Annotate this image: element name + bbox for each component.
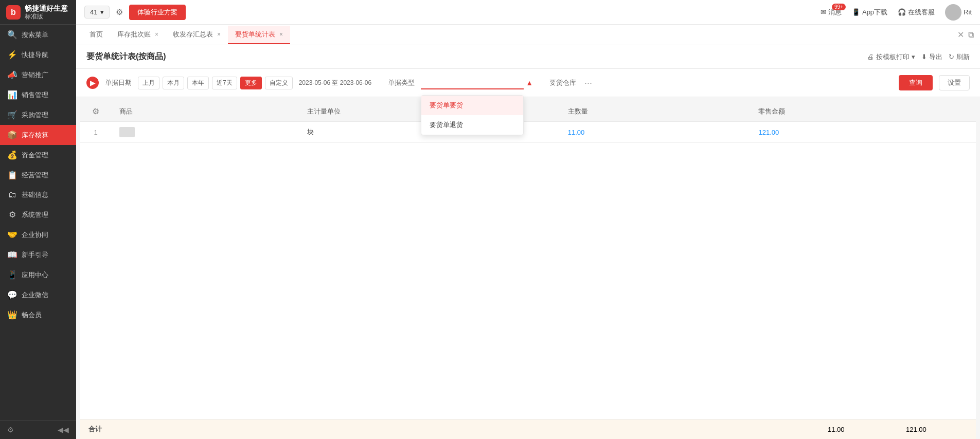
total-quantity: 11.00: [824, 426, 885, 433]
finance-icon: 💰: [7, 150, 17, 160]
title-actions: 🖨 按模板打印 ▾ ⬇ 导出 ↻ 刷新: [867, 52, 970, 62]
message-action[interactable]: ✉ 消息 99+: [821, 8, 842, 17]
service-icon: 🎧: [898, 8, 906, 16]
chevron-down-print-icon: ▾: [912, 53, 915, 61]
sidebar-item-inventory[interactable]: 📦 库存核算: [0, 125, 76, 145]
sidebar-item-marketing[interactable]: 📣 营销推广: [0, 65, 76, 85]
sidebar-item-operations[interactable]: 📋 经营管理: [0, 165, 76, 185]
type-dropdown: 要货单要货 要货单退货: [421, 95, 524, 135]
sidebar-footer: ⚙ ◀◀: [0, 420, 76, 439]
date-btn-last-7-days[interactable]: 近7天: [212, 77, 237, 89]
export-icon: ⬇: [921, 53, 927, 61]
export-button[interactable]: ⬇ 导出: [921, 52, 942, 62]
dropdown-item-requisition-return[interactable]: 要货单退货: [421, 115, 523, 135]
date-filter-label: 单据日期: [105, 78, 132, 87]
sales-icon: 📊: [7, 90, 17, 100]
message-icon: ✉: [821, 8, 826, 16]
sidebar-nav: 🔍 搜索菜单 ⚡ 快捷导航 📣 营销推广 📊 销售管理 🛒 采购管理 📦 库存核…: [0, 25, 76, 420]
date-btn-this-year[interactable]: 本年: [187, 77, 209, 89]
date-range-text: 2023-05-06 至 2023-06-06: [299, 79, 371, 87]
app-center-icon: 📱: [7, 270, 17, 280]
quantity-link[interactable]: 11.00: [568, 129, 585, 136]
message-badge: 99+: [832, 4, 846, 10]
collapse-sidebar-icon[interactable]: ◀◀: [58, 426, 69, 434]
date-btn-custom[interactable]: 自定义: [265, 77, 293, 89]
weixin-icon: 💬: [7, 290, 17, 300]
close-receive-tab-icon[interactable]: ×: [217, 31, 221, 38]
type-filter-label: 单据类型: [388, 78, 415, 87]
type-dropdown-arrow-icon[interactable]: ▲: [526, 79, 533, 87]
dropdown-item-requisition-order[interactable]: 要货单要货: [421, 96, 523, 115]
enterprise-icon: 🤝: [7, 230, 17, 240]
sidebar-item-app-center[interactable]: 📱 应用中心: [0, 265, 76, 285]
sidebar-item-basics[interactable]: 🗂 基础信息: [0, 185, 76, 205]
table-row: 1 块 11.00: [80, 122, 976, 143]
settings-footer-icon[interactable]: ⚙: [7, 426, 14, 434]
tab-batch-account[interactable]: 库存批次账 ×: [110, 26, 166, 44]
sidebar-item-search[interactable]: 🔍 搜索菜单: [0, 25, 76, 45]
user-profile[interactable]: Rit: [945, 4, 972, 21]
chevron-down-icon: ▾: [100, 8, 104, 16]
total-amount: 121.00: [906, 426, 968, 433]
table-header: ⚙ 商品 主计量单位 主数量 零售金额: [80, 101, 976, 122]
app-logo-icon: b: [6, 5, 21, 20]
cell-product: [111, 122, 299, 143]
online-service-action[interactable]: 🎧 在线客服: [898, 8, 935, 17]
refresh-icon: ↻: [949, 53, 954, 61]
sidebar-item-system[interactable]: ⚙ 系统管理: [0, 205, 76, 225]
trial-button[interactable]: 体验行业方案: [129, 5, 186, 20]
sidebar-item-quick-nav[interactable]: ⚡ 快捷导航: [0, 45, 76, 65]
table-settings-icon[interactable]: ⚙: [92, 107, 99, 116]
table-settings-header: ⚙: [80, 101, 111, 122]
sidebar-logo: b 畅捷通好生意 标准版: [0, 0, 76, 25]
header-right: ✉ 消息 99+ 📱 App下载 🎧 在线客服 Rit: [821, 4, 972, 21]
avatar: [945, 4, 961, 21]
sidebar-item-finance[interactable]: 💰 资金管理: [0, 145, 76, 165]
marketing-icon: 📣: [7, 70, 17, 80]
restore-window-icon[interactable]: ⧉: [968, 30, 974, 40]
print-button[interactable]: 🖨 按模板打印 ▾: [867, 52, 915, 62]
sidebar-item-guide[interactable]: 📖 新手引导: [0, 245, 76, 265]
tab-receive-summary[interactable]: 收发存汇总表 ×: [166, 26, 228, 44]
vip-icon: 👑: [7, 310, 17, 320]
more-filter-icon[interactable]: ···: [584, 78, 592, 88]
refresh-button[interactable]: ↻ 刷新: [949, 52, 970, 62]
sidebar-item-sales[interactable]: 📊 销售管理: [0, 85, 76, 105]
sidebar-item-weixin[interactable]: 💬 企业微信: [0, 285, 76, 305]
cell-seq: 1: [80, 122, 111, 143]
sidebar-item-purchase[interactable]: 🛒 采购管理: [0, 105, 76, 125]
tab-home[interactable]: 首页: [82, 26, 110, 44]
top-header: 41 ▾ ⚙ 体验行业方案 ✉ 消息 99+ 📱 App下载 🎧 在线客服 R: [76, 0, 980, 25]
data-table: ⚙ 商品 主计量单位 主数量 零售金额 1: [80, 101, 976, 143]
col-product: 商品: [111, 101, 299, 122]
header-settings-icon[interactable]: ⚙: [116, 7, 123, 17]
amount-link[interactable]: 121.00: [758, 129, 779, 136]
main-area: 41 ▾ ⚙ 体验行业方案 ✉ 消息 99+ 📱 App下载 🎧 在线客服 R: [76, 0, 980, 439]
header-left: 41 ▾ ⚙ 体验行业方案: [84, 5, 186, 20]
total-label: 合计: [88, 425, 102, 434]
date-btn-more[interactable]: 更多: [240, 77, 262, 89]
filter-toggle-button[interactable]: ▶: [86, 77, 99, 89]
date-btn-this-month[interactable]: 本月: [163, 77, 184, 89]
query-button[interactable]: 查询: [899, 75, 933, 90]
search-icon: 🔍: [7, 30, 17, 40]
app-download-icon: 📱: [852, 8, 860, 16]
page-title-bar: 要货单统计表(按商品) 🖨 按模板打印 ▾ ⬇ 导出 ↻ 刷新: [76, 45, 980, 69]
system-icon: ⚙: [7, 210, 17, 220]
page-content: 要货单统计表(按商品) 🖨 按模板打印 ▾ ⬇ 导出 ↻ 刷新 ▶: [76, 45, 980, 439]
close-window-icon[interactable]: ✕: [957, 30, 964, 40]
sidebar-item-vip[interactable]: 👑 畅会员: [0, 305, 76, 325]
guide-icon: 📖: [7, 250, 17, 260]
tab-requisition-stat[interactable]: 要货单统计表 ×: [228, 26, 290, 44]
close-requisition-tab-icon[interactable]: ×: [279, 31, 283, 38]
close-batch-tab-icon[interactable]: ×: [155, 31, 158, 38]
sidebar-item-enterprise[interactable]: 🤝 企业协同: [0, 225, 76, 245]
breadcrumb-selector[interactable]: 41 ▾: [84, 6, 110, 19]
filter-section: ▶ 单据日期 上月 本月 本年 近7天 更多 自定义 2023-05-06 至 …: [76, 69, 980, 97]
settings-filter-button[interactable]: 设置: [939, 75, 970, 90]
app-download-action[interactable]: 📱 App下载: [852, 8, 887, 17]
date-btn-last-month[interactable]: 上月: [138, 77, 159, 89]
inventory-icon: 📦: [7, 130, 17, 140]
type-input[interactable]: [421, 77, 524, 89]
print-icon: 🖨: [867, 53, 874, 61]
